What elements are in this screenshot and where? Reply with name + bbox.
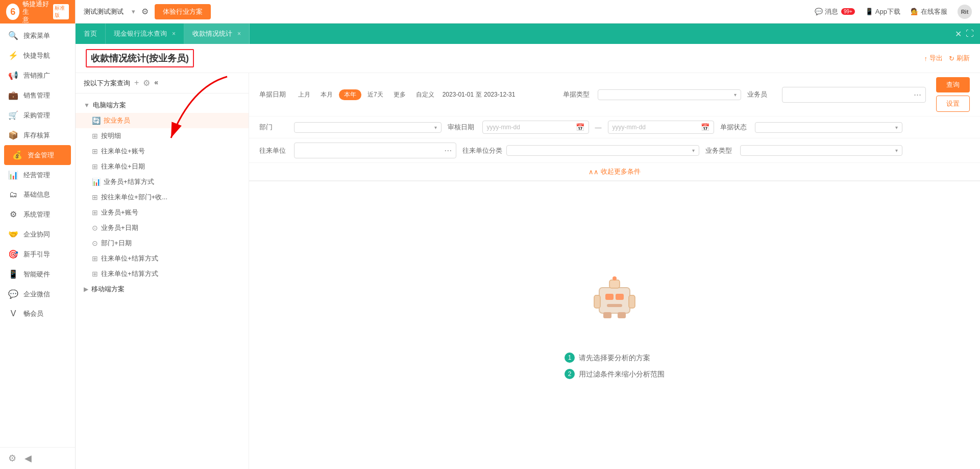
export-btn[interactable]: ↑ 导出 [924, 54, 943, 63]
date-tab-last-month[interactable]: 上月 [294, 89, 314, 100]
sidebar-item-basic-info[interactable]: 🗂 基础信息 [0, 185, 75, 204]
empty-step-2: 2 用过滤条件来缩小分析范围 [565, 367, 665, 381]
tree-group-desktop-label: 电脑端方案 [93, 101, 126, 110]
tab-bank-flow-close[interactable]: × [172, 30, 176, 37]
sidebar-item-inventory[interactable]: 📦 库存核算 [0, 125, 75, 145]
tree-item-dept-date-icon: ⊙ [92, 239, 98, 247]
svg-rect-2 [616, 294, 624, 300]
tree-item-salesperson-settle[interactable]: 📊 业务员+结算方式 [76, 174, 249, 190]
messages-icon: 💬 [815, 8, 823, 15]
sidebar-item-newbie[interactable]: 🎯 新手引导 [0, 244, 75, 264]
messages-action[interactable]: 💬 消息 99+ [815, 7, 855, 16]
avatar[interactable]: Rit [958, 5, 972, 19]
tree-item-by-detail[interactable]: ⊞ 按明细 [76, 128, 249, 144]
schema-header-label: 按以下方案查询 [84, 79, 130, 88]
sidebar-item-quick-nav[interactable]: ⚡ 快捷导航 [0, 45, 75, 65]
content-area: 收款情况统计(按业务员) ↑ 导出 ↻ 刷新 按以下方案查询 + [76, 44, 980, 469]
tree-group-desktop-header[interactable]: ▼ 电脑端方案 [76, 98, 249, 113]
tree-item-partner-account-icon: ⊞ [92, 147, 98, 155]
footer-settings-icon[interactable]: ⚙ [8, 453, 16, 464]
tab-close-window-icon[interactable]: ✕ [955, 29, 962, 39]
dept-label: 部门 [259, 123, 290, 132]
refresh-btn[interactable]: ↻ 刷新 [949, 54, 970, 63]
topbar-gear-icon[interactable]: ⚙ [141, 7, 149, 16]
partner-select[interactable]: ··· [294, 143, 456, 158]
doc-type-select[interactable]: ▾ [598, 89, 742, 100]
tree-item-dept-date[interactable]: ⊙ 部门+日期 [76, 236, 249, 251]
online-service-action[interactable]: 💁 在线客服 [911, 7, 947, 16]
app-download-action[interactable]: 📱 App下载 [865, 7, 900, 16]
topbar-dropdown-arrow[interactable]: ▾ [132, 8, 135, 15]
tab-collection-stats-close[interactable]: × [237, 30, 241, 37]
empty-illustration [584, 267, 645, 338]
date-tab-custom[interactable]: 自定义 [412, 89, 438, 100]
date-tab-more[interactable]: 更多 [389, 89, 410, 100]
tree-item-salesperson-date[interactable]: ⊙ 业务员+日期 [76, 220, 249, 236]
doc-status-select[interactable]: ▾ [755, 122, 902, 133]
sidebar-item-marketing[interactable]: 📢 营销推广 [0, 65, 75, 85]
sidebar-item-operations[interactable]: 📊 经营管理 [0, 165, 75, 185]
date-tab-this-year[interactable]: 本年 [339, 89, 361, 100]
schema-add-icon[interactable]: + [134, 78, 139, 88]
query-btn[interactable]: 查询 [936, 77, 970, 92]
filter-field-partner-category: 往来单位分类 ▾ [462, 145, 699, 156]
page-actions: ↑ 导出 ↻ 刷新 [924, 54, 970, 63]
date-tab-7days[interactable]: 近7天 [363, 89, 387, 100]
svg-rect-7 [629, 295, 635, 308]
sidebar-item-purchase[interactable]: 🛒 采购管理 [0, 105, 75, 125]
sidebar-item-search-menu[interactable]: 🔍 搜索菜单 [0, 26, 75, 45]
review-date-from[interactable]: yyyy-mm-dd 📅 [482, 121, 589, 134]
page-header: 收款情况统计(按业务员) ↑ 导出 ↻ 刷新 [76, 44, 980, 73]
tree-item-partner-date[interactable]: ⊞ 往来单位+日期 [76, 159, 249, 174]
sidebar-item-wechat[interactable]: 💬 企业微信 [0, 284, 75, 304]
footer-collapse-icon[interactable]: ◀ [24, 453, 32, 464]
partner-category-select[interactable]: ▾ [506, 145, 699, 156]
sidebar-item-enterprise[interactable]: 🤝 企业协同 [0, 224, 75, 244]
salesperson-more-btn[interactable]: ··· [914, 89, 921, 100]
biz-type-select[interactable]: ▾ [740, 145, 902, 156]
doc-type-label: 单据类型 [563, 90, 594, 99]
tree-group-mobile: ▶ 移动端方案 [76, 282, 249, 297]
tree-item-by-salesperson[interactable]: 🔄 按业务员 [76, 113, 249, 128]
member-icon: V [8, 309, 18, 318]
marketing-icon: 📢 [8, 71, 18, 80]
doc-status-label: 单据状态 [720, 123, 751, 132]
review-date-label: 审核日期 [448, 123, 478, 132]
sidebar-item-member[interactable]: V 畅会员 [0, 304, 75, 323]
smart-hw-icon: 📱 [8, 269, 18, 279]
filter-field-review-date: 审核日期 yyyy-mm-dd 📅 — yyyy-mm-dd 📅 [448, 121, 715, 134]
date-tab-this-month[interactable]: 本月 [316, 89, 337, 100]
tree-group-mobile-header[interactable]: ▶ 移动端方案 [76, 282, 249, 297]
tree-item-partner-dept-collect[interactable]: ⊞ 按往来单位+部门+收... [76, 190, 249, 205]
collapse-bar[interactable]: ∧∧ 收起更多条件 [249, 163, 980, 181]
tab-bank-flow[interactable]: 现金银行流水查询 × [106, 24, 184, 44]
date-label: 单据日期 [259, 90, 290, 99]
filter-field-date: 单据日期 上月 本月 本年 近7天 更多 自定义 2023-01-01 [259, 89, 557, 100]
tree-item-partner-account[interactable]: ⊞ 往来单位+账号 [76, 144, 249, 159]
svg-rect-8 [603, 312, 611, 318]
sidebar-item-system[interactable]: ⚙ 系统管理 [0, 204, 75, 224]
export-icon: ↑ [924, 55, 928, 62]
tab-fullscreen-icon[interactable]: ⛶ [966, 29, 974, 38]
sidebar-item-smart-hw[interactable]: 📱 智能硬件 [0, 264, 75, 284]
partner-label: 往来单位 [259, 146, 290, 155]
settings-btn[interactable]: 设置 [936, 96, 970, 112]
partner-more-btn[interactable]: ··· [444, 145, 452, 156]
partner-category-arrow: ▾ [692, 148, 695, 153]
tree-item-salesperson-account[interactable]: ⊞ 业务员+账号 [76, 205, 249, 220]
trial-btn[interactable]: 体验行业方案 [155, 4, 211, 19]
tree-item-salesperson-date-icon: ⊙ [92, 224, 98, 232]
content-body: 1 请先选择要分析的方案 2 用过滤条件来缩小分析范围 [249, 181, 980, 469]
dept-select[interactable]: ▾ [294, 122, 442, 133]
topbar-actions: 💬 消息 99+ 📱 App下载 💁 在线客服 Rit [815, 5, 972, 19]
sidebar-item-sales[interactable]: 💼 销售管理 [0, 85, 75, 105]
tree-item-partner-settle1[interactable]: ⊞ 往来单位+结算方式 [76, 251, 249, 266]
tab-collection-stats[interactable]: 收款情况统计 × [184, 24, 250, 44]
tree-item-partner-settle2[interactable]: ⊞ 往来单位+结算方式 [76, 266, 249, 282]
salesperson-select[interactable]: ··· [782, 87, 926, 103]
schema-collapse-icon[interactable]: « [154, 78, 158, 88]
schema-settings-icon[interactable]: ⚙ [143, 78, 150, 88]
tab-home[interactable]: 首页 [76, 24, 106, 44]
sidebar-item-capital[interactable]: 💰 资金管理 [4, 145, 71, 165]
review-date-to[interactable]: yyyy-mm-dd 📅 [608, 121, 715, 134]
